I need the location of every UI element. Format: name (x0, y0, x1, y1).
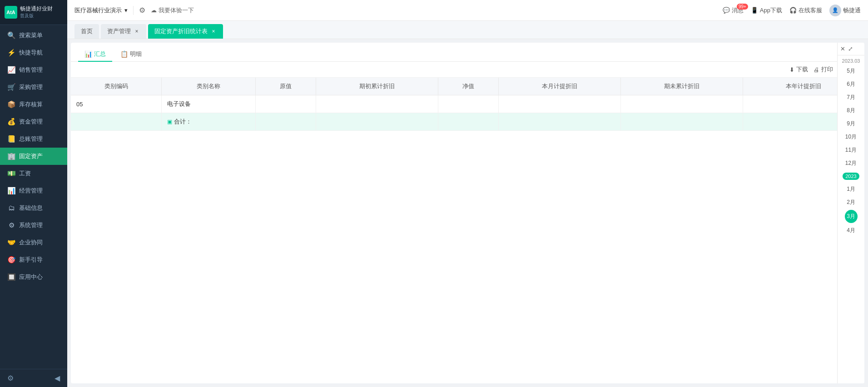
sidebar-icon-5: 💰 (7, 118, 15, 126)
date-month-9月[interactable]: 9月 (838, 117, 864, 130)
sidebar-item-资金管理[interactable]: 💰 资金管理 (0, 113, 67, 130)
sidebar-item-企业协同[interactable]: 🤝 企业协同 (0, 234, 67, 251)
sidebar-item-基础信息[interactable]: 🗂 基础信息 (0, 199, 67, 217)
sidebar-item-总账管理[interactable]: 📒 总账管理 (0, 130, 67, 148)
sub-tabs: 📊 汇总 📋 明细 (71, 43, 864, 62)
cell-subtotal-col5 (498, 113, 620, 131)
experience-label: 我要体验一下 (159, 6, 194, 15)
sidebar-label-4: 库存核算 (19, 100, 43, 109)
download-icon: 📱 (751, 7, 758, 14)
col-净值: 净值 (438, 78, 498, 95)
cell-subtotal-col0 (71, 113, 162, 131)
sidebar-item-库存核算[interactable]: 📦 库存核算 (0, 96, 67, 113)
sidebar-logo: AtA 畅捷通好业财 普及版 (0, 0, 67, 25)
date-month-8月[interactable]: 8月 (838, 104, 864, 117)
col-类别名称: 类别名称 (162, 78, 255, 95)
sidebar-item-工资[interactable]: 💵 工资 (0, 165, 67, 182)
tab-2[interactable]: 固定资产折旧统计表× (148, 24, 223, 39)
sidebar-item-固定资产[interactable]: 🏢 固定资产 (0, 148, 67, 165)
sub-tab-label-0: 汇总 (94, 50, 106, 58)
col-期未累计折旧: 期未累计折旧 (620, 78, 743, 95)
date-month-11月[interactable]: 11月 (838, 144, 864, 157)
sidebar-icon-8: 💵 (7, 169, 15, 178)
topbar: 医疗器械行业演示 ▾ ⚙ ☁ 我要体验一下 💬 消息 99+ 📱 App下载 🎧… (67, 0, 868, 21)
sidebar-label-3: 采购管理 (19, 83, 43, 91)
cell-row0-col6 (620, 95, 743, 113)
date-month-7月[interactable]: 7月 (838, 91, 864, 104)
download-label: 下载 (796, 65, 808, 74)
print-button[interactable]: 🖨 打印 (813, 65, 833, 74)
sidebar-label-8: 工资 (19, 169, 31, 178)
message-button[interactable]: 💬 消息 99+ (723, 6, 744, 15)
date-panel-title: 2023.03 (838, 55, 864, 64)
sidebar-footer: ⚙ ◀ (0, 369, 67, 387)
settings-button[interactable]: ⚙ (139, 6, 145, 15)
date-month-6月[interactable]: 6月 (838, 78, 864, 91)
sidebar-item-经营管理[interactable]: 📊 经营管理 (0, 182, 67, 199)
settings-icon[interactable]: ⚙ (7, 374, 14, 382)
tab-close-2[interactable]: × (210, 28, 217, 35)
date-month-12月[interactable]: 12月 (838, 157, 864, 170)
sidebar-item-采购管理[interactable]: 🛒 采购管理 (0, 79, 67, 96)
date-month-2023-3月[interactable]: 3月 (845, 210, 858, 223)
tab-close-1[interactable]: × (134, 28, 140, 35)
subtotal-row: ▣合计：791.67 (71, 113, 864, 131)
content-area: 📊 汇总 📋 明细 ⬇ 下载 🖨 打印 ↻ 刷新 类别编码类别名称原值期 (71, 43, 864, 383)
tab-label-2: 固定资产折旧统计表 (154, 27, 208, 35)
sidebar-item-新手引导[interactable]: 🎯 新手引导 (0, 251, 67, 268)
download-button[interactable]: ⬇ 下载 (789, 65, 808, 74)
app-download-button[interactable]: 📱 App下载 (751, 6, 782, 15)
cell-subtotal-col2 (255, 113, 316, 131)
date-month-2023-4月[interactable]: 4月 (838, 224, 864, 237)
user-menu[interactable]: 👤 畅捷通 (829, 5, 861, 16)
sidebar-item-系统管理[interactable]: ⚙ 系统管理 (0, 217, 67, 234)
app-download-label: App下载 (760, 6, 782, 15)
sub-tab-汇总[interactable]: 📊 汇总 (78, 47, 112, 62)
date-month-5月[interactable]: 5月 (838, 64, 864, 78)
sidebar-icon-3: 🛒 (7, 83, 15, 91)
depreciation-table: 类别编码类别名称原值期初累计折旧净值本月计提折旧期未累计折旧本年计提折旧 05电… (71, 78, 864, 131)
online-service-label: 在线客服 (799, 6, 822, 15)
toolbar: ⬇ 下载 🖨 打印 ↻ 刷新 (71, 62, 864, 78)
print-icon: 🖨 (813, 66, 819, 73)
sidebar-item-快捷导航[interactable]: ⚡ 快捷导航 (0, 44, 67, 61)
sub-tab-label-1: 明细 (130, 50, 142, 58)
sidebar-nav: 🔍 搜索菜单 ⚡ 快捷导航 📈 销售管理 🛒 采购管理 📦 库存核算 💰 资金管… (0, 25, 67, 369)
cell-row0-col4 (438, 95, 498, 113)
sub-tab-明细[interactable]: 📋 明细 (114, 47, 148, 62)
date-month-2023-2月[interactable]: 2月 (838, 196, 864, 209)
col-原值: 原值 (255, 78, 316, 95)
sidebar-item-销售管理[interactable]: 📈 销售管理 (0, 61, 67, 79)
logo-text-block: 畅捷通好业财 普及版 (20, 5, 53, 19)
experience-button[interactable]: ☁ 我要体验一下 (151, 6, 194, 15)
cell-row0-col2 (255, 95, 316, 113)
sidebar-label-13: 新手引导 (19, 256, 43, 264)
table-header-row: 类别编码类别名称原值期初累计折旧净值本月计提折旧期未累计折旧本年计提折旧 (71, 78, 864, 95)
tab-0[interactable]: 首页 (74, 24, 99, 39)
sidebar-label-14: 应用中心 (19, 273, 43, 281)
sidebar-item-搜索菜单[interactable]: 🔍 搜索菜单 (0, 27, 67, 44)
subtotal-icon: ▣ (167, 119, 172, 125)
sidebar-item-应用中心[interactable]: 🔲 应用中心 (0, 268, 67, 286)
sidebar-icon-10: 🗂 (7, 204, 15, 212)
date-month-2023-1月[interactable]: 1月 (838, 183, 864, 196)
sub-tab-icon-1: 📋 (120, 50, 128, 58)
sidebar-icon-9: 📊 (7, 187, 15, 195)
cell-row0-col1: 电子设备 (162, 95, 255, 113)
service-icon: 🎧 (789, 7, 797, 14)
online-service-button[interactable]: 🎧 在线客服 (789, 6, 822, 15)
sub-tab-icon-0: 📊 (84, 50, 92, 58)
date-panel-icons: ✕ ⤢ (840, 45, 853, 52)
sidebar-icon-13: 🎯 (7, 256, 15, 264)
col-本月计提折旧: 本月计提折旧 (498, 78, 620, 95)
col-类别编码: 类别编码 (71, 78, 162, 95)
close-panel-icon[interactable]: ✕ (840, 45, 845, 52)
collapse-icon[interactable]: ◀ (55, 374, 60, 382)
expand-panel-icon[interactable]: ⤢ (848, 45, 853, 52)
tab-1[interactable]: 资产管理× (101, 24, 146, 39)
sidebar: AtA 畅捷通好业财 普及版 🔍 搜索菜单 ⚡ 快捷导航 📈 销售管理 🛒 采购… (0, 0, 67, 387)
sidebar-icon-4: 📦 (7, 100, 15, 109)
topbar-right: 💬 消息 99+ 📱 App下载 🎧 在线客服 👤 畅捷通 (723, 5, 861, 16)
company-selector[interactable]: 医疗器械行业演示 ▾ (74, 6, 128, 15)
date-month-10月[interactable]: 10月 (838, 130, 864, 144)
